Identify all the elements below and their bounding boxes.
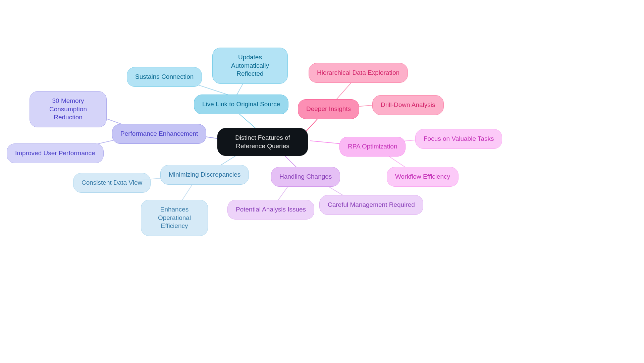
leaf-hierarchical: Hierarchical Data Exploration <box>309 63 408 83</box>
branch-insights: Deeper Insights <box>298 99 359 119</box>
branch-live-link: Live Link to Original Source <box>194 95 288 114</box>
leaf-workflow-efficiency: Workflow Efficiency <box>387 167 459 187</box>
branch-rpa: RPA Optimization <box>339 137 406 157</box>
branch-minimizing: Minimizing Discrepancies <box>160 165 249 185</box>
center-node: Distinct Features of Reference Queries <box>217 128 308 156</box>
leaf-drill-down: Drill-Down Analysis <box>372 95 444 115</box>
leaf-memory-reduction: 30 Memory Consumption Reduction <box>30 91 107 127</box>
leaf-updates-reflected: Updates Automatically Reflected <box>212 48 288 84</box>
leaf-management-required: Careful Management Required <box>319 195 423 215</box>
leaf-analysis-issues: Potential Analysis Issues <box>227 200 314 220</box>
branch-performance: Performance Enhancement <box>112 124 206 144</box>
leaf-consistent-view: Consistent Data View <box>73 173 151 193</box>
branch-handling: Handling Changes <box>271 167 340 187</box>
leaf-user-performance: Improved User Performance <box>7 143 104 163</box>
leaf-valuable-tasks: Focus on Valuable Tasks <box>415 129 502 149</box>
leaf-sustains-connection: Sustains Connection <box>127 67 202 87</box>
leaf-operational-efficiency: Enhances Operational Efficiency <box>141 200 208 236</box>
